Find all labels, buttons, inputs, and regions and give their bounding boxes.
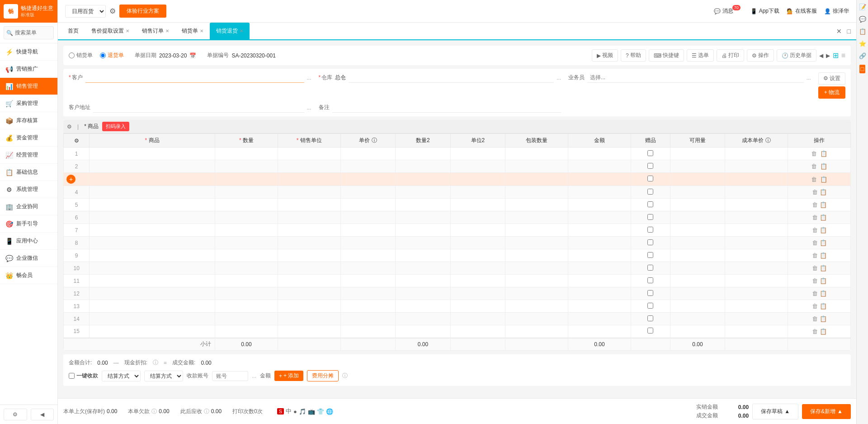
row2-gift[interactable] [631, 160, 670, 173]
row6-delete-btn[interactable]: 🗑 [811, 214, 819, 221]
row3-product[interactable] [90, 173, 215, 186]
nav-next-icon[interactable]: ▶ [826, 52, 830, 59]
row1-amount[interactable] [568, 148, 631, 160]
row2-copy-btn[interactable]: 📋 [819, 163, 828, 170]
row1-qty2[interactable] [396, 148, 451, 160]
return-radio[interactable] [100, 52, 106, 58]
sidebar-item-app-center[interactable]: 📱 应用中心 [0, 233, 57, 250]
nav-prev-icon[interactable]: ◀ [819, 52, 823, 59]
row14-copy-btn[interactable]: 📋 [819, 315, 828, 322]
sidebar-item-quick-nav[interactable]: ⚡ 快捷导航 [0, 43, 57, 61]
sidebar-item-member[interactable]: 👑 畅会员 [0, 267, 57, 284]
experience-btn[interactable]: 体验行业方案 [119, 5, 166, 18]
row3-product-input[interactable] [92, 176, 212, 182]
row2-unit2[interactable] [450, 160, 505, 173]
row11-delete-btn[interactable]: 🗑 [811, 277, 819, 284]
return-radio-label[interactable]: 退货单 [100, 52, 124, 59]
row7-delete-btn[interactable]: 🗑 [811, 227, 819, 233]
row2-gift-check[interactable] [647, 163, 653, 169]
search-menu-button[interactable]: 🔍 搜索菜单 [4, 26, 54, 39]
taskbar-icon1[interactable]: 中 [286, 407, 292, 415]
customer-input[interactable] [85, 72, 304, 83]
one-click-pay-checkbox[interactable] [69, 373, 75, 379]
row3-copy-btn[interactable]: 📋 [819, 176, 828, 183]
row2-price[interactable] [340, 160, 396, 173]
row1-product[interactable] [90, 148, 215, 160]
row2-amount[interactable] [568, 160, 631, 173]
row3-unit2[interactable] [450, 173, 505, 186]
row2-product[interactable] [90, 160, 215, 173]
tab-sale-return-close[interactable]: ✕ [240, 29, 243, 33]
row3-gift[interactable] [631, 173, 670, 186]
row12-delete-btn[interactable]: 🗑 [811, 290, 819, 297]
sidebar-settings-button[interactable]: ⚙ [4, 409, 27, 420]
online-service-btn[interactable]: 💁 在线客服 [787, 7, 817, 15]
row3-delete-btn[interactable]: 🗑 [810, 176, 818, 183]
row3-qty2[interactable] [396, 173, 451, 186]
sidebar-item-sales-mgmt[interactable]: 📊 销售管理 [0, 78, 57, 95]
video-btn[interactable]: ▶ 视频 [592, 49, 618, 62]
row14-delete-btn[interactable]: 🗑 [811, 315, 819, 322]
taskbar-icon5[interactable]: 👕 [317, 408, 324, 415]
taskbar-icon2[interactable]: ● [293, 408, 297, 415]
sidebar-item-inventory[interactable]: 📦 库存核算 [0, 112, 57, 129]
row2-qty2[interactable] [396, 160, 451, 173]
row8-delete-btn[interactable]: 🗑 [811, 239, 819, 246]
account-input[interactable] [212, 371, 248, 381]
expand-tabs-btn[interactable]: □ [845, 27, 853, 36]
sidebar-item-enterprise-wechat[interactable]: 💬 企业微信 [0, 250, 57, 267]
sidebar-item-marketing[interactable]: 📢 营销推广 [0, 61, 57, 78]
grid-view-icon[interactable]: ⊞ [833, 51, 839, 60]
right-icon-3[interactable]: 📋 [859, 28, 866, 35]
settings-btn[interactable]: ⚙ 设置 [818, 72, 845, 85]
row6-copy-btn[interactable]: 📋 [819, 214, 828, 221]
taskbar-icon3[interactable]: 🎵 [299, 408, 306, 415]
logistics-btn[interactable]: + 物流 [818, 86, 845, 99]
history-btn[interactable]: 🕐 历史单据 [777, 49, 816, 62]
row5-delete-btn[interactable]: 🗑 [811, 201, 819, 208]
account-picker[interactable]: ... [252, 373, 256, 379]
table-gear-icon[interactable]: ⚙ [67, 124, 72, 130]
row12-copy-btn[interactable]: 📋 [819, 290, 828, 297]
sidebar-item-purchase-mgmt[interactable]: 🛒 采购管理 [0, 95, 57, 112]
add-payment-btn[interactable]: + + 添加 [274, 371, 303, 381]
right-icon-6[interactable]: □ [859, 65, 866, 73]
app-download-btn[interactable]: 📱 App下载 [750, 7, 779, 15]
address-input[interactable] [93, 102, 304, 113]
right-icon-5[interactable]: 🔗 [859, 52, 866, 59]
message-btn[interactable]: 💬 消息 70 [714, 7, 743, 15]
topbar-gear-icon[interactable]: ⚙ [109, 7, 116, 15]
row7-copy-btn[interactable]: 📋 [819, 227, 828, 233]
row1-pack-qty[interactable] [505, 148, 568, 160]
row3-amount[interactable] [568, 173, 631, 186]
row1-delete-btn[interactable]: 🗑 [810, 150, 818, 157]
sidebar-collapse-button[interactable]: ◀ [31, 409, 54, 420]
shortcuts-btn[interactable]: ⌨ 快捷键 [649, 49, 684, 62]
staff-input[interactable] [587, 72, 804, 83]
one-click-pay-check[interactable]: 一键收款 [69, 372, 98, 380]
row11-copy-btn[interactable]: 📋 [819, 277, 828, 284]
tab-home[interactable]: 首页 [61, 23, 85, 40]
row10-delete-btn[interactable]: 🗑 [811, 265, 819, 272]
address-picker[interactable]: ... [307, 105, 311, 111]
tab-sale-order-close[interactable]: ✕ [165, 29, 169, 33]
close-all-tabs-btn[interactable]: ✕ [835, 27, 844, 36]
row3-unit[interactable] [278, 173, 340, 186]
tab-sale-price-close[interactable]: ✕ [126, 29, 129, 33]
calc-method-select[interactable]: 结算方式 [144, 371, 183, 381]
row9-delete-btn[interactable]: 🗑 [811, 252, 819, 259]
row1-unit2[interactable] [450, 148, 505, 160]
add-row-btn[interactable]: + [66, 175, 75, 184]
sidebar-item-sys-mgmt[interactable]: ⚙ 系统管理 [0, 181, 57, 198]
tab-sale-delivery-close[interactable]: ✕ [200, 29, 203, 33]
staff-picker[interactable]: ... [807, 75, 811, 81]
user-avatar[interactable]: 👤 徐泽华 [824, 7, 849, 15]
sidebar-item-new-guide[interactable]: 🎯 新手引导 [0, 215, 57, 233]
row1-gift[interactable] [631, 148, 670, 160]
row5-copy-btn[interactable]: 📋 [819, 201, 828, 208]
list-view-icon[interactable]: ≡ [841, 52, 845, 60]
sale-radio-label[interactable]: 销货单 [69, 52, 93, 59]
industry-select[interactable]: 日用百货 [65, 5, 106, 18]
sale-radio[interactable] [69, 52, 75, 58]
note-input[interactable] [332, 102, 561, 113]
